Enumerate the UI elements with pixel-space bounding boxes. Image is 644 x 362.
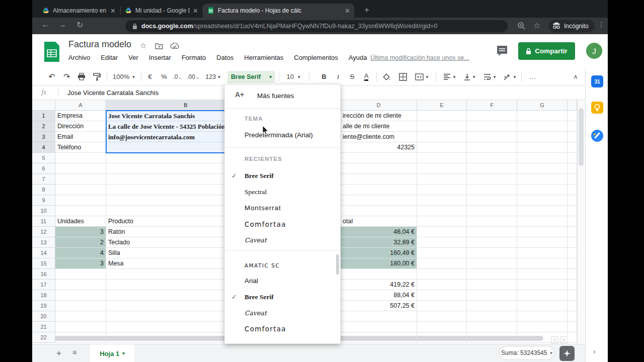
font-menu-item-bree-serif[interactable]: Bree Serif: [225, 168, 340, 184]
move-folder-icon[interactable]: [155, 43, 163, 49]
cell-H9[interactable]: [568, 195, 577, 206]
comment-icon[interactable]: [496, 44, 509, 57]
cell-D16[interactable]: [341, 269, 417, 280]
cell-F3[interactable]: [467, 132, 517, 142]
cell-G1[interactable]: [517, 111, 568, 121]
cell-E3[interactable]: [417, 132, 467, 142]
row-header-8[interactable]: 8: [32, 185, 55, 195]
column-header-D[interactable]: D: [341, 100, 417, 111]
text-rotation-icon[interactable]: a ▾: [500, 68, 519, 85]
cell-E21[interactable]: [417, 322, 467, 332]
merge-cells-icon[interactable]: ▾: [412, 68, 432, 85]
cell-F4[interactable]: [467, 142, 517, 153]
increase-decimals-icon[interactable]: .00→: [186, 68, 200, 85]
cell-G2[interactable]: [517, 121, 568, 132]
bookmark-star-icon[interactable]: ☆: [533, 21, 540, 30]
star-document-icon[interactable]: ☆: [140, 41, 146, 50]
cell-F20[interactable]: [467, 311, 517, 322]
font-menu-item-predeterminada-arial-[interactable]: Predeterminada (Arial): [225, 127, 340, 143]
font-menu-item-comfortaa[interactable]: Comfortaa: [225, 216, 340, 232]
cell-A16[interactable]: [55, 269, 106, 280]
redo-icon[interactable]: ↷: [61, 68, 72, 85]
cell-A9[interactable]: [55, 195, 106, 206]
column-header-H[interactable]: [568, 100, 577, 111]
cell-D7[interactable]: [341, 174, 417, 185]
cell-E14[interactable]: [417, 248, 467, 258]
cell-F15[interactable]: [467, 258, 517, 269]
grid-corner[interactable]: [32, 100, 55, 111]
cell-H14[interactable]: [568, 248, 577, 258]
cell-F1[interactable]: [467, 111, 517, 121]
more-toolbar-icon[interactable]: ...: [525, 68, 540, 85]
cell-A5[interactable]: [55, 153, 106, 163]
cell-A7[interactable]: [55, 174, 106, 185]
strikethrough-icon[interactable]: S: [346, 68, 358, 85]
row-header-2[interactable]: 2: [32, 121, 55, 132]
menu-ver[interactable]: Ver: [128, 54, 138, 61]
collapse-toolbar-icon[interactable]: ∧: [570, 68, 582, 85]
paint-format-icon[interactable]: [91, 68, 103, 85]
cell-F8[interactable]: [467, 185, 517, 195]
font-menu-item-bree-serif[interactable]: Bree Serif: [225, 289, 340, 305]
sum-pill[interactable]: Suma: 53243545 ▾: [499, 346, 554, 360]
cell-H12[interactable]: [568, 227, 577, 237]
cell-G20[interactable]: [517, 311, 568, 322]
explore-button[interactable]: [559, 346, 575, 361]
font-menu-item-montserrat[interactable]: Montserrat: [225, 200, 340, 216]
cell-G12[interactable]: [517, 227, 568, 237]
cell-G10[interactable]: [517, 206, 568, 216]
cell-G8[interactable]: [517, 185, 568, 195]
italic-icon[interactable]: I: [332, 68, 344, 85]
cell-D5[interactable]: [341, 153, 417, 163]
row-header-7[interactable]: 7: [32, 174, 55, 185]
cell-E16[interactable]: [417, 269, 467, 280]
menu-insertar[interactable]: Insertar: [149, 54, 171, 61]
decrease-decimals-icon[interactable]: .0←: [171, 68, 184, 85]
column-header-E[interactable]: E: [417, 100, 467, 111]
font-menu-item-caveat[interactable]: Caveat: [225, 232, 340, 248]
cell-E4[interactable]: [417, 142, 467, 153]
font-menu-item-arial[interactable]: Arial: [225, 273, 340, 289]
cell-H17[interactable]: [568, 280, 577, 290]
cell-F18[interactable]: [467, 290, 517, 301]
cell-E18[interactable]: [417, 290, 467, 301]
cell-H15[interactable]: [568, 258, 577, 269]
cell-E19[interactable]: [417, 301, 467, 311]
cell-E5[interactable]: [417, 153, 467, 163]
row-header-14[interactable]: 14: [32, 248, 55, 258]
row-header-11[interactable]: 11: [32, 216, 55, 227]
row-header-22[interactable]: 22: [32, 332, 55, 343]
calendar-icon[interactable]: 31: [591, 75, 603, 87]
cell-E2[interactable]: [417, 121, 467, 132]
cell-E15[interactable]: [417, 258, 467, 269]
row-header-12[interactable]: 12: [32, 227, 55, 237]
menu-editar[interactable]: Editar: [101, 54, 118, 61]
document-title[interactable]: Factura modelo: [68, 39, 131, 50]
text-color-icon[interactable]: A: [360, 68, 372, 85]
cell-A22[interactable]: [55, 332, 106, 343]
tasks-icon[interactable]: [591, 130, 603, 142]
row-header-10[interactable]: 10: [32, 206, 55, 216]
print-icon[interactable]: [75, 68, 88, 85]
row-header-18[interactable]: 18: [32, 290, 55, 301]
cell-H16[interactable]: [568, 269, 577, 280]
cell-G5[interactable]: [517, 153, 568, 163]
cell-E9[interactable]: [417, 195, 467, 206]
font-size-select[interactable]: 10▾: [282, 68, 305, 85]
side-panel-collapse-icon[interactable]: ›: [593, 347, 596, 355]
cell-F10[interactable]: [467, 206, 517, 216]
more-fonts-item[interactable]: Más fuentes: [225, 87, 340, 105]
borders-icon[interactable]: [396, 68, 410, 85]
tab-close-icon[interactable]: ✕: [193, 7, 198, 15]
cell-D20[interactable]: [341, 311, 417, 322]
cell-H8[interactable]: [568, 185, 577, 195]
new-tab-button[interactable]: +: [364, 5, 369, 15]
avatar[interactable]: J: [586, 43, 602, 59]
share-button[interactable]: Compartir: [518, 42, 575, 60]
cell-F22[interactable]: [467, 332, 517, 343]
cell-F2[interactable]: [467, 121, 517, 132]
column-header-G[interactable]: G: [517, 100, 568, 111]
horizontal-align-icon[interactable]: ▾: [440, 68, 459, 85]
menu-herramientas[interactable]: Herramientas: [244, 54, 283, 61]
menu-ayuda[interactable]: Ayuda: [349, 54, 367, 61]
